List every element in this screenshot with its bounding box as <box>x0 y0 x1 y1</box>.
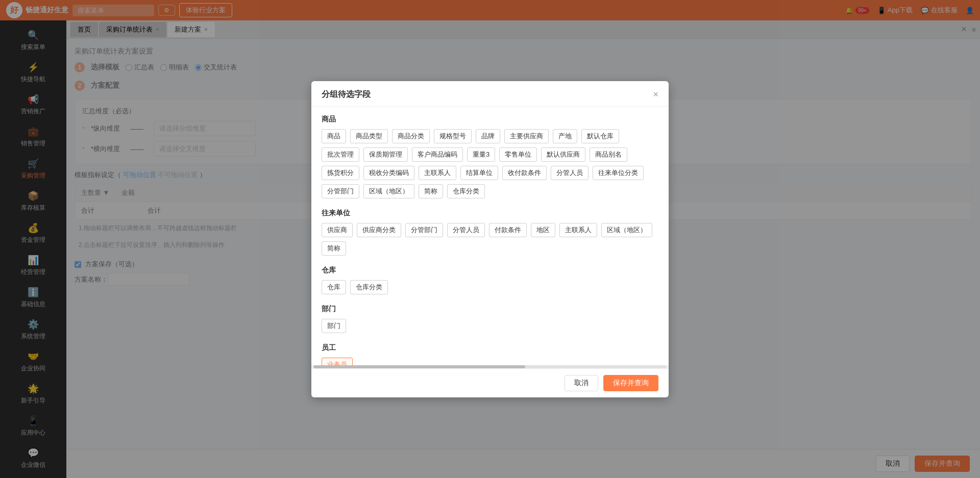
tag-product-alias[interactable]: 商品别名 <box>590 147 627 162</box>
tag-supplier-category[interactable]: 供应商分类 <box>357 223 401 237</box>
dialog-save-btn[interactable]: 保存并查询 <box>603 375 658 391</box>
dialog: 分组待选字段 × 商品 商品 商品类型 商品分类 规格型号 品牌 主要供应商 产… <box>311 81 669 397</box>
section-partner: 往来单位 供应商 供应商分类 分管部门 分管人员 付款条件 地区 主联系人 区域… <box>322 209 658 256</box>
dialog-body: 商品 商品 商品类型 商品分类 规格型号 品牌 主要供应商 产地 默认仓库 批次… <box>311 107 669 365</box>
dialog-close-btn[interactable]: × <box>653 89 658 100</box>
tag-supplier[interactable]: 供应商 <box>322 223 353 237</box>
tag-partner-dept[interactable]: 分管部门 <box>405 223 443 237</box>
tag-weight[interactable]: 重量3 <box>467 147 495 162</box>
tag-product[interactable]: 商品 <box>322 129 346 143</box>
tag-product-type[interactable]: 商品类型 <box>350 129 388 143</box>
section-warehouse-grid: 仓库 仓库分类 <box>322 280 658 294</box>
section-staff-grid: 业务员 <box>322 358 658 365</box>
scrollbar-track <box>313 365 667 368</box>
section-warehouse-title: 仓库 <box>322 266 658 275</box>
tag-origin[interactable]: 产地 <box>553 129 577 143</box>
scrollbar-thumb[interactable] <box>313 365 525 368</box>
dialog-overlay[interactable]: 分组待选字段 × 商品 商品 商品类型 商品分类 规格型号 品牌 主要供应商 产… <box>0 0 980 478</box>
tag-pay-terms[interactable]: 付款条件 <box>489 223 527 237</box>
section-dept: 部门 部门 <box>322 305 658 333</box>
tag-manager[interactable]: 分管人员 <box>551 166 589 180</box>
dialog-title: 分组待选字段 <box>322 89 371 100</box>
tag-dept[interactable]: 分管部门 <box>322 184 359 198</box>
tag-partner-category[interactable]: 往来单位分类 <box>593 166 644 180</box>
tag-region[interactable]: 区域（地区） <box>363 184 414 198</box>
tag-wh-category[interactable]: 仓库分类 <box>447 184 485 198</box>
tag-batch-mgmt[interactable]: 批次管理 <box>322 147 359 162</box>
section-partner-title: 往来单位 <box>322 209 658 218</box>
dialog-horizontal-scrollbar[interactable] <box>311 365 669 368</box>
tag-department[interactable]: 部门 <box>322 319 346 333</box>
tag-product-category[interactable]: 商品分类 <box>392 129 430 143</box>
tag-main-contact[interactable]: 主联系人 <box>419 166 456 180</box>
tag-main-supplier[interactable]: 主要供应商 <box>504 129 549 143</box>
tag-warehouse-cat[interactable]: 仓库分类 <box>350 280 388 294</box>
tag-warehouse[interactable]: 仓库 <box>322 280 346 294</box>
section-partner-grid: 供应商 供应商分类 分管部门 分管人员 付款条件 地区 主联系人 区域（地区） … <box>322 223 658 256</box>
section-staff: 员工 业务员 <box>322 343 658 365</box>
section-product-title: 商品 <box>322 115 658 124</box>
tag-brand[interactable]: 品牌 <box>476 129 500 143</box>
tag-default-warehouse[interactable]: 默认仓库 <box>581 129 619 143</box>
section-dept-title: 部门 <box>322 305 658 314</box>
tag-short-name[interactable]: 简称 <box>419 184 443 198</box>
tag-retail-unit[interactable]: 零售单位 <box>499 147 537 162</box>
tag-spec-model[interactable]: 规格型号 <box>434 129 472 143</box>
tag-default-supplier[interactable]: 默认供应商 <box>541 147 585 162</box>
tag-partner-short-name[interactable]: 简称 <box>322 241 346 256</box>
section-warehouse: 仓库 仓库 仓库分类 <box>322 266 658 294</box>
tag-partner-manager[interactable]: 分管人员 <box>447 223 485 237</box>
section-dept-grid: 部门 <box>322 319 658 333</box>
section-product-grid: 商品 商品类型 商品分类 规格型号 品牌 主要供应商 产地 默认仓库 批次管理 … <box>322 129 658 198</box>
section-staff-title: 员工 <box>322 343 658 353</box>
dialog-cancel-btn[interactable]: 取消 <box>565 375 598 391</box>
tag-area[interactable]: 地区 <box>531 223 555 237</box>
tag-pick-points[interactable]: 拣货积分 <box>322 166 359 180</box>
section-product: 商品 商品 商品类型 商品分类 规格型号 品牌 主要供应商 产地 默认仓库 批次… <box>322 115 658 198</box>
tag-customer-code[interactable]: 客户商品编码 <box>412 147 463 162</box>
dialog-footer: 取消 保存并查询 <box>311 368 669 397</box>
dialog-header: 分组待选字段 × <box>311 81 669 107</box>
tag-salesperson[interactable]: 业务员 <box>322 358 353 365</box>
tag-tax-code[interactable]: 税收分类编码 <box>363 166 414 180</box>
tag-expiry-mgmt[interactable]: 保质期管理 <box>363 147 408 162</box>
tag-partner-region[interactable]: 区域（地区） <box>601 223 652 237</box>
tag-partner-contact[interactable]: 主联系人 <box>559 223 597 237</box>
tag-payment-terms[interactable]: 收付款条件 <box>502 166 547 180</box>
tag-settlement-unit[interactable]: 结算单位 <box>460 166 498 180</box>
